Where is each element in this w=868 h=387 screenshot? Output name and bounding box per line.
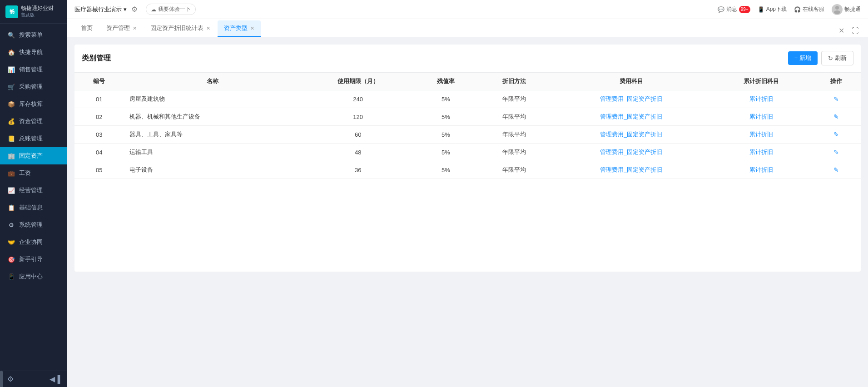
tab-asset-type[interactable]: 资产类型✕	[218, 20, 261, 37]
topbar-settings-icon[interactable]: ⚙	[131, 5, 138, 14]
panel-title: 类别管理	[82, 54, 111, 63]
tab-label-asset-type: 资产类型	[224, 24, 248, 32]
tab-home[interactable]: 首页	[74, 20, 99, 37]
row-code: 03	[74, 126, 124, 144]
row-acc-subject: 累计折旧	[711, 126, 811, 144]
sidebar-scrollbar-thumb[interactable]	[0, 371, 3, 387]
sidebar-item-inventory[interactable]: 📦 库存核算	[0, 95, 67, 113]
new-button[interactable]: + 新增	[788, 51, 818, 65]
sidebar-item-purchase[interactable]: 🛒 采购管理	[0, 78, 67, 95]
row-acc-subject: 累计折旧	[711, 90, 811, 108]
customer-service-button[interactable]: 🎧 在线客服	[794, 5, 824, 13]
sidebar-item-collab[interactable]: 🤝 企业协同	[0, 233, 67, 251]
close-tab-icon[interactable]: ✕	[837, 25, 846, 37]
maximize-tab-icon[interactable]: ⛶	[850, 25, 861, 37]
row-method: 年限平均	[477, 90, 552, 108]
panel-header: 类别管理 + 新增 ↻ 刷新	[74, 45, 861, 72]
app-download-label: App下载	[766, 5, 787, 13]
edit-icon[interactable]: ✎	[833, 113, 839, 120]
table-row: 05 电子设备 36 5% 年限平均 管理费用_固定资产折旧 累计折旧 ✎	[74, 161, 861, 179]
sidebar-item-salary[interactable]: 💼 工资	[0, 164, 67, 182]
topbar-right: 💬 消息 99 📱 App下载 🎧 在线客服 畅捷通	[718, 4, 861, 15]
nav-label-salary: 工资	[19, 169, 31, 177]
row-fee-subject: 管理费用_固定资产折旧	[552, 108, 711, 126]
customer-service-icon: 🎧	[794, 6, 801, 13]
row-residual: 5%	[415, 161, 477, 179]
row-residual: 5%	[415, 144, 477, 161]
experience-icon: ☁	[151, 6, 156, 13]
tab-label-asset-mgmt: 资产管理	[106, 24, 130, 32]
nav-icon-collab: 🤝	[7, 238, 15, 246]
sidebar-item-search[interactable]: 🔍 搜索菜单	[0, 26, 67, 44]
sidebar-nav: 🔍 搜索菜单 🏠 快捷导航 📊 销售管理 🛒 采购管理 📦 库存核算 💰 资金管…	[0, 24, 67, 371]
collapse-icon[interactable]: ◀▐	[50, 375, 60, 383]
sidebar-item-system[interactable]: ⚙ 系统管理	[0, 216, 67, 233]
row-name: 器具、工具、家具等	[124, 126, 302, 144]
nav-label-sales: 销售管理	[19, 65, 43, 74]
experience-button[interactable]: ☁ 我要体验一下	[146, 4, 196, 15]
row-name: 房屋及建筑物	[124, 90, 302, 108]
experience-label: 我要体验一下	[158, 5, 191, 13]
customer-service-label: 在线客服	[803, 5, 824, 13]
th-编号: 编号	[74, 73, 124, 90]
nav-label-ops: 经营管理	[19, 186, 43, 194]
nav-icon-salary: 💼	[7, 169, 15, 177]
row-method: 年限平均	[477, 161, 552, 179]
sidebar-item-ledger[interactable]: 📒 总账管理	[0, 130, 67, 147]
sidebar-item-guide[interactable]: 🎯 新手引导	[0, 251, 67, 268]
tab-close-asset-type[interactable]: ✕	[250, 25, 254, 31]
row-method: 年限平均	[477, 108, 552, 126]
company-selector[interactable]: 医疗器械行业演示 ▾	[74, 5, 127, 14]
edit-icon[interactable]: ✎	[833, 95, 839, 103]
row-name: 运输工具	[124, 144, 302, 161]
refresh-button[interactable]: ↻ 刷新	[821, 51, 853, 65]
nav-icon-search: 🔍	[7, 31, 15, 39]
sidebar-item-capital[interactable]: 💰 资金管理	[0, 113, 67, 130]
tab-bar: 首页资产管理✕固定资产折旧统计表✕资产类型✕ ✕ ⛶	[67, 19, 868, 37]
tab-close-asset-mgmt[interactable]: ✕	[133, 25, 137, 31]
row-actions: ✎	[811, 161, 861, 179]
tab-asset-mgmt[interactable]: 资产管理✕	[100, 20, 143, 37]
category-table: 编号名称使用期限（月）残值率折旧方法费用科目累计折旧科目操作 01 房屋及建筑物…	[74, 72, 861, 179]
edit-icon[interactable]: ✎	[833, 131, 839, 138]
th-使用期限（月）: 使用期限（月）	[301, 73, 415, 90]
nav-icon-basic-info: 📋	[7, 203, 15, 212]
message-badge: 99	[739, 6, 750, 13]
logo-icon: 畅	[5, 5, 18, 18]
row-actions: ✎	[811, 144, 861, 161]
page-content: 类别管理 + 新增 ↻ 刷新 编号名称使用期限（月）残值率折旧方法费用科目累计折…	[67, 37, 868, 387]
sidebar-item-app-center[interactable]: 📱 应用中心	[0, 268, 67, 285]
th-累计折旧科目: 累计折旧科目	[711, 73, 811, 90]
row-residual: 5%	[415, 90, 477, 108]
logo-text: 畅捷通好业财	[21, 5, 54, 12]
topbar: 医疗器械行业演示 ▾ ⚙ ☁ 我要体验一下 💬 消息 99 📱 App下载 🎧 …	[67, 0, 868, 19]
th-名称: 名称	[124, 73, 302, 90]
avatar	[832, 4, 843, 15]
tab-close-depreciation-stat[interactable]: ✕	[206, 25, 210, 31]
sidebar-item-sales[interactable]: 📊 销售管理	[0, 61, 67, 78]
sidebar-item-quick-nav[interactable]: 🏠 快捷导航	[0, 44, 67, 61]
row-actions: ✎	[811, 108, 861, 126]
nav-label-ledger: 总账管理	[19, 134, 43, 143]
svg-point-1	[834, 10, 840, 14]
th-费用科目: 费用科目	[552, 73, 711, 90]
edit-icon[interactable]: ✎	[833, 166, 839, 174]
settings-icon[interactable]: ⚙	[7, 375, 14, 383]
edit-icon[interactable]: ✎	[833, 149, 839, 156]
message-button[interactable]: 💬 消息 99	[718, 5, 750, 13]
row-fee-subject: 管理费用_固定资产折旧	[552, 161, 711, 179]
topbar-left: 医疗器械行业演示 ▾ ⚙ ☁ 我要体验一下	[74, 4, 196, 15]
sidebar-bottom: ⚙ ◀▐	[0, 371, 67, 387]
sidebar-item-ops[interactable]: 📈 经营管理	[0, 182, 67, 199]
nav-icon-capital: 💰	[7, 117, 15, 125]
sidebar-item-fixed-assets[interactable]: 🏢 固定资产	[0, 147, 67, 164]
app-download-button[interactable]: 📱 App下载	[758, 5, 787, 13]
sidebar-item-basic-info[interactable]: 📋 基础信息	[0, 199, 67, 216]
table-row: 02 机器、机械和其他生产设备 120 5% 年限平均 管理费用_固定资产折旧 …	[74, 108, 861, 126]
refresh-icon: ↻	[828, 55, 833, 62]
tab-depreciation-stat[interactable]: 固定资产折旧统计表✕	[144, 20, 217, 37]
nav-icon-guide: 🎯	[7, 255, 15, 263]
app-logo: 畅 畅捷通好业财 普及版	[0, 0, 67, 24]
nav-label-system: 系统管理	[19, 221, 43, 229]
user-menu[interactable]: 畅捷通	[832, 4, 861, 15]
